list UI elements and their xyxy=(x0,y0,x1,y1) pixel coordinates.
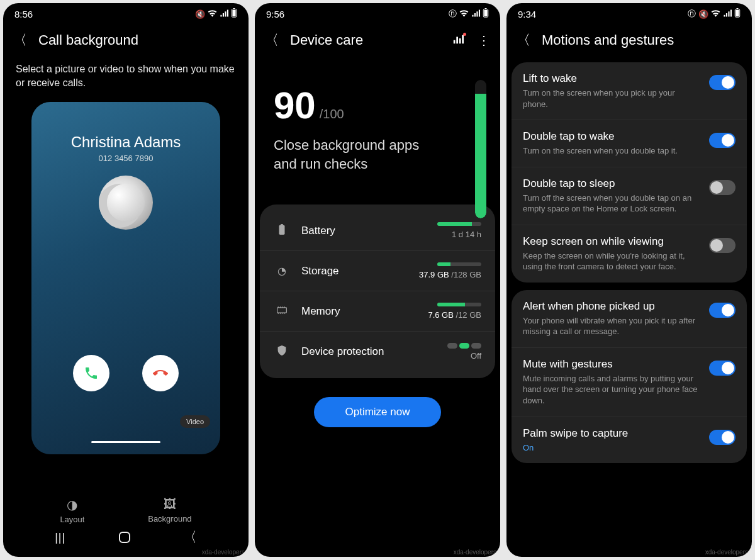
status-bar: 9:56 ⓝ xyxy=(255,3,500,22)
back-button[interactable]: 〈 xyxy=(265,31,279,50)
phone-call-background: 8:56 🔇 〈 Call background Select a pictur… xyxy=(3,3,249,557)
battery-label: Battery xyxy=(301,225,335,237)
battery-icon xyxy=(231,8,237,20)
more-icon[interactable]: ⋮ xyxy=(478,33,490,48)
setting-description: On xyxy=(523,442,700,454)
toggle-switch[interactable] xyxy=(709,238,735,253)
toggle-switch[interactable] xyxy=(709,430,735,445)
tab-background[interactable]: 🖼 Background xyxy=(148,497,191,524)
settings-panel-1: Lift to wakeTurn on the screen when you … xyxy=(512,62,747,283)
header: 〈 Call background xyxy=(3,22,249,59)
answer-button[interactable] xyxy=(73,355,109,391)
bottom-tabs: ◑ Layout 🖼 Background xyxy=(3,497,249,524)
care-panel: Battery 1 d 14 h ◔ Storage 37.9 GB /128 … xyxy=(260,204,495,378)
setting-title: Mute with gestures xyxy=(523,358,700,371)
svg-rect-6 xyxy=(281,224,283,225)
toggle-switch[interactable] xyxy=(709,75,735,90)
optimize-button[interactable]: Optimize now xyxy=(314,397,442,427)
battery-row[interactable]: Battery 1 d 14 h xyxy=(260,211,495,250)
storage-row[interactable]: ◔ Storage 37.9 GB /128 GB xyxy=(260,250,495,291)
score-gauge-fill xyxy=(475,94,486,218)
mute-icon: 🔇 xyxy=(195,9,205,19)
video-chip[interactable]: Video xyxy=(180,415,210,428)
header: 〈 Device care ⋮ xyxy=(255,22,500,59)
toggle-switch[interactable] xyxy=(709,303,735,318)
memory-used: 7.6 GB xyxy=(428,310,453,320)
mute-icon: 🔇 xyxy=(698,9,708,19)
call-preview-card[interactable]: Christina Adams 012 3456 7890 Video xyxy=(31,102,220,454)
caller-number: 012 3456 7890 xyxy=(31,154,220,163)
nav-recents[interactable]: ||| xyxy=(55,531,65,544)
signal-icon xyxy=(723,9,732,19)
score-value: 90 xyxy=(274,84,316,127)
protection-row[interactable]: Device protection Off xyxy=(260,331,495,372)
phone-motions-gestures: 9:34 ⓝ 🔇 〈 Motions and gestures Lift to … xyxy=(506,3,752,557)
page-description: Select a picture or video to show when y… xyxy=(3,59,249,102)
storage-used: 37.9 GB xyxy=(419,270,449,279)
battery-icon xyxy=(274,224,290,238)
status-bar: 8:56 🔇 xyxy=(3,3,249,22)
setting-description: Mute incoming calls and alarms by puttin… xyxy=(523,373,700,406)
nfc-icon: ⓝ xyxy=(688,8,696,20)
svg-rect-11 xyxy=(735,10,739,16)
chart-icon[interactable] xyxy=(452,34,464,47)
toggle-switch[interactable] xyxy=(709,133,735,148)
back-button[interactable]: 〈 xyxy=(13,31,27,50)
nav-home[interactable] xyxy=(119,532,130,543)
layout-icon: ◑ xyxy=(60,497,84,512)
setting-description: Keep the screen on while you're looking … xyxy=(523,250,700,272)
caller-name: Christina Adams xyxy=(31,133,220,151)
status-icons: ⓝ xyxy=(449,8,489,20)
status-time: 9:34 xyxy=(518,9,536,20)
setting-title: Palm swipe to capture xyxy=(523,427,700,440)
setting-row[interactable]: Double tap to sleepTurn off the screen w… xyxy=(512,167,747,225)
toggle-switch[interactable] xyxy=(709,180,735,195)
decline-button[interactable] xyxy=(142,355,179,391)
wifi-icon xyxy=(459,9,469,19)
setting-description: Turn on the screen when you double tap i… xyxy=(523,145,700,157)
watermark: xda-developers xyxy=(705,549,748,556)
setting-row[interactable]: Lift to wakeTurn on the screen when you … xyxy=(512,62,747,120)
memory-icon xyxy=(274,306,290,317)
background-icon: 🖼 xyxy=(148,497,191,512)
setting-row[interactable]: Alert when phone picked upYour phone wil… xyxy=(512,290,747,348)
tab-layout[interactable]: ◑ Layout xyxy=(60,497,84,524)
phone-device-care: 9:56 ⓝ 〈 Device care ⋮ 90 /10 xyxy=(255,3,500,557)
storage-icon: ◔ xyxy=(274,265,290,277)
preview-home-indicator xyxy=(91,441,160,443)
page-title: Motions and gestures xyxy=(542,32,674,48)
status-bar: 9:34 ⓝ 🔇 xyxy=(506,3,752,22)
storage-total: /128 GB xyxy=(451,270,481,279)
setting-row[interactable]: Keep screen on while viewingKeep the scr… xyxy=(512,225,747,283)
page-title: Call background xyxy=(38,32,138,48)
back-button[interactable]: 〈 xyxy=(517,31,530,50)
call-buttons xyxy=(31,355,220,391)
memory-total: /12 GB xyxy=(456,310,481,320)
wifi-icon xyxy=(711,9,720,19)
protection-toggle-indicator xyxy=(447,343,481,349)
svg-rect-5 xyxy=(484,10,487,16)
battery-value: 1 d 14 h xyxy=(437,230,481,239)
setting-row[interactable]: Mute with gesturesMute incoming calls an… xyxy=(512,348,747,417)
toggle-switch[interactable] xyxy=(709,361,735,376)
caller-avatar xyxy=(99,176,153,230)
nfc-icon: ⓝ xyxy=(449,8,457,20)
protection-value: Off xyxy=(447,351,481,361)
settings-panel-2: Alert when phone picked upYour phone wil… xyxy=(512,290,747,463)
watermark: xda-developers xyxy=(202,549,245,556)
setting-description: Your phone will vibrate when you pick it… xyxy=(523,315,700,337)
memory-row[interactable]: Memory 7.6 GB /12 GB xyxy=(260,291,495,331)
signal-icon xyxy=(220,9,228,19)
status-time: 9:56 xyxy=(266,9,284,20)
svg-rect-8 xyxy=(277,308,287,313)
status-time: 8:56 xyxy=(14,9,33,20)
setting-title: Lift to wake xyxy=(523,72,700,85)
setting-row[interactable]: Palm swipe to captureOn xyxy=(512,417,747,464)
watermark: xda-developers xyxy=(454,549,496,556)
battery-icon xyxy=(734,8,741,20)
status-icons: ⓝ 🔇 xyxy=(688,8,741,20)
nav-back[interactable]: 〈 xyxy=(183,528,197,547)
setting-row[interactable]: Double tap to wakeTurn on the screen whe… xyxy=(512,120,747,167)
shield-icon xyxy=(274,345,290,359)
battery-icon xyxy=(483,8,489,20)
